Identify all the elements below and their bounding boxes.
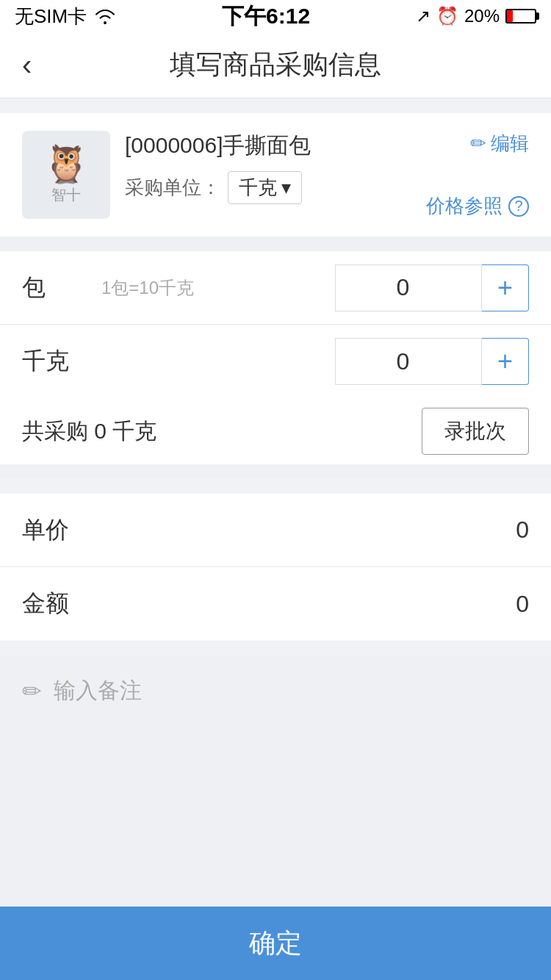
remark-section[interactable]: ✏ 输入备注 [0,655,551,727]
status-left: 无SIM卡 [15,4,116,29]
section-divider-1 [0,237,551,251]
nav-bar: ‹ 填写商品采购信息 [0,32,551,98]
unit-label: 采购单位： [125,175,220,201]
price-ref-label: 价格参照 [426,193,503,219]
unit-select[interactable]: 千克 ▾ [228,171,302,204]
battery-percent: 20% [464,6,500,26]
summary-row: 共采购 0 千克 录批次 [0,398,551,464]
summary-prefix: 共采购 [22,419,88,443]
edit-button[interactable]: ✏ 编辑 [470,131,529,156]
summary-amount: 0 [94,419,107,443]
unit-price-label: 单价 [22,514,69,547]
product-thumbnail: 🦉 智十 [22,131,110,219]
pencil-icon: ✏ [22,677,42,705]
amount-row: 金额 0 [0,567,551,641]
wifi-icon [94,8,116,24]
summary-unit: 千克 [112,419,156,443]
carrier-text: 无SIM卡 [15,4,87,29]
content-spacer [0,727,551,918]
status-bar: 无SIM卡 下午6:12 ↗ ⏰ 20% [0,0,551,32]
kg-input-row: 千克 + [0,325,551,398]
unit-dropdown-icon: ▾ [281,176,291,199]
bag-sublabel: 1包=10千克 [101,276,335,300]
back-button[interactable]: ‹ [22,48,32,82]
alarm-icon: ⏰ [436,6,458,26]
summary-text: 共采购 0 千克 [22,417,156,447]
unit-price-row: 单价 0 [0,494,551,567]
kg-number-wrap: + [335,338,529,385]
amount-label: 金额 [22,588,69,620]
bag-input[interactable] [335,264,482,311]
product-card: 🦉 智十 [0000006]手撕面包 采购单位： 千克 ▾ ✏ 编辑 价格参照 … [0,113,551,237]
confirm-button[interactable]: 确定 [0,907,551,980]
section-divider-2 [0,464,551,479]
edit-icon: ✏ [470,132,486,155]
product-thumb-owl: 🦉 [43,145,89,182]
unit-price-value: 0 [516,516,529,544]
amount-value: 0 [516,591,529,618]
product-name: [0000006]手撕面包 [125,131,529,161]
status-right: ↗ ⏰ 20% [416,6,536,26]
bag-number-wrap: + [335,264,529,311]
input-section: 包 1包=10千克 + 千克 + [0,251,551,398]
price-ref-button[interactable]: 价格参照 ? [426,193,529,219]
remark-placeholder: 输入备注 [54,676,142,706]
status-time: 下午6:12 [222,1,310,32]
bag-plus-button[interactable]: + [482,264,529,311]
record-batch-button[interactable]: 录批次 [422,408,529,455]
kg-label: 千克 [22,345,96,378]
location-icon: ↗ [416,6,431,26]
bag-label: 包 [22,272,96,304]
bag-input-row: 包 1包=10千克 + [0,251,551,325]
product-thumb-text: 智十 [51,185,81,205]
kg-input[interactable] [335,338,482,385]
battery-icon [505,9,536,24]
page-title: 填写商品采购信息 [170,47,381,83]
price-section: 单价 0 金额 0 [0,494,551,641]
kg-plus-button[interactable]: + [482,338,529,385]
price-ref-icon: ? [508,196,529,217]
